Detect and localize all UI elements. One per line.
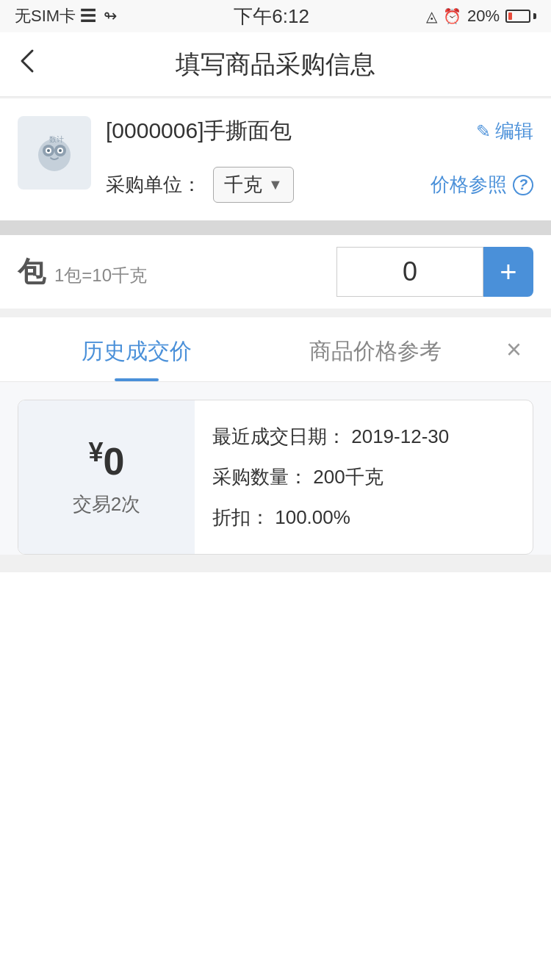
- location-icon: ◬: [426, 7, 437, 25]
- quantity-control: 0 +: [336, 247, 533, 297]
- purchase-qty-label: 采购数量：: [212, 466, 308, 488]
- gray-divider: [0, 220, 551, 235]
- quantity-equiv: 1包=10千克: [54, 264, 147, 287]
- product-thumbnail: 数计: [18, 116, 91, 190]
- nav-bar: 填写商品采购信息: [0, 32, 551, 97]
- page-title: 填写商品采购信息: [176, 48, 375, 82]
- status-bar: 无SIM卡 ☰ ↬ 下午6:12 ◬ ⏰ 20%: [0, 0, 551, 32]
- discount-row: 折扣： 100.00%: [212, 503, 515, 532]
- status-time: 下午6:12: [234, 4, 309, 29]
- battery-pct-text: 20%: [467, 7, 500, 26]
- purchase-unit-label: 采购单位：: [106, 172, 201, 198]
- history-card: ¥0 交易2次 最近成交日期： 2019-12-30 采购数量： 200千克 折…: [18, 400, 533, 555]
- price-ref-label: 价格参照: [431, 172, 507, 198]
- tabs-section: 历史成交价 商品价格参考 × ¥0 交易2次 最近成交日期： 2019-12-3…: [0, 317, 551, 555]
- purchase-qty-row: 采购数量： 200千克: [212, 463, 515, 491]
- quantity-label: 包 1包=10千克: [18, 253, 147, 291]
- alarm-icon: ⏰: [443, 7, 461, 25]
- currency-symbol: ¥: [89, 437, 104, 467]
- product-details: [0000006]手撕面包 ✎ 编辑 采购单位： 千克 ▼ 价格参照 ?: [106, 116, 533, 203]
- product-name: [0000006]手撕面包: [106, 116, 292, 146]
- quantity-section: 包 1包=10千克 0 +: [0, 235, 551, 309]
- recent-date-label: 最近成交日期：: [212, 425, 346, 447]
- help-icon: ?: [513, 175, 533, 195]
- tab-price-ref[interactable]: 商品价格参考: [256, 317, 494, 381]
- close-button[interactable]: ×: [494, 325, 533, 375]
- discount-label: 折扣：: [212, 506, 270, 528]
- recent-date-value: 2019-12-30: [351, 425, 449, 447]
- quantity-plus-button[interactable]: +: [483, 247, 533, 297]
- discount-value: 100.00%: [275, 506, 350, 528]
- main-content: [0, 572, 551, 980]
- edit-button[interactable]: ✎ 编辑: [476, 118, 533, 144]
- back-button[interactable]: [18, 45, 38, 84]
- product-section: 数计 [0000006]手撕面包 ✎ 编辑 采购单位： 千克 ▼: [0, 98, 551, 220]
- status-right: ◬ ⏰ 20%: [426, 7, 536, 26]
- unit-value: 千克: [224, 172, 262, 198]
- card-trades: 交易2次: [73, 491, 140, 517]
- recent-date-row: 最近成交日期： 2019-12-30: [212, 422, 515, 451]
- status-left: 无SIM卡 ☰ ↬: [15, 5, 117, 27]
- price-ref-button[interactable]: 价格参照 ?: [431, 172, 533, 198]
- edit-icon: ✎: [476, 121, 491, 142]
- svg-point-6: [59, 149, 62, 152]
- quantity-value: 0: [403, 256, 417, 287]
- svg-point-5: [47, 149, 50, 152]
- card-detail-panel: 最近成交日期： 2019-12-30 采购数量： 200千克 折扣： 100.0…: [195, 400, 533, 554]
- quantity-unit: 包: [18, 253, 46, 291]
- battery-icon: [505, 10, 536, 23]
- tab-history-price[interactable]: 历史成交价: [18, 317, 256, 381]
- quantity-input[interactable]: 0: [336, 247, 483, 297]
- card-price-panel: ¥0 交易2次: [18, 400, 195, 554]
- svg-text:数计: 数计: [49, 135, 64, 143]
- plus-icon: +: [500, 256, 516, 289]
- chevron-down-icon: ▼: [268, 176, 283, 193]
- unit-select[interactable]: 千克 ▼: [213, 167, 294, 203]
- card-price-value: ¥0: [89, 437, 125, 483]
- tabs-header: 历史成交价 商品价格参考 ×: [0, 317, 551, 382]
- svg-point-0: [38, 139, 71, 171]
- wifi-icon: ↬: [104, 7, 117, 26]
- carrier-text: 无SIM卡 ☰: [15, 5, 96, 27]
- purchase-qty-value: 200千克: [313, 466, 383, 488]
